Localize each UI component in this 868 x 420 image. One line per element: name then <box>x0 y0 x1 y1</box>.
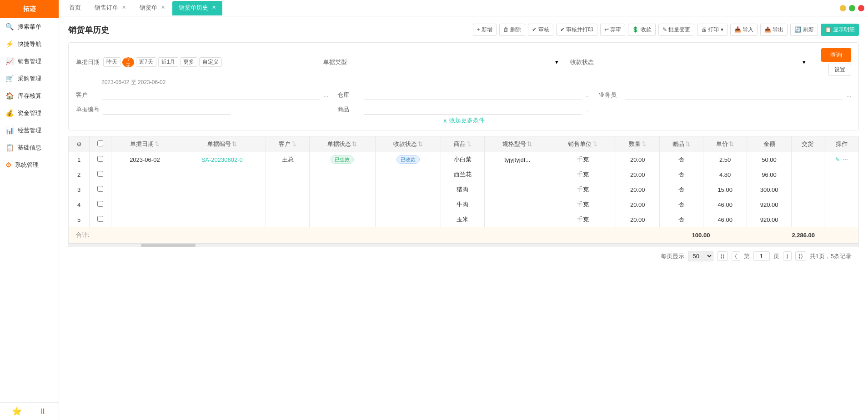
row-2-checkbox[interactable] <box>97 171 103 177</box>
doc-type-select[interactable]: ▾ <box>351 57 562 67</box>
doc-no-link-0[interactable]: SA-20230602-0 <box>201 156 243 163</box>
sidebar-item-base-info[interactable]: 📋 基础信息 <box>0 139 59 156</box>
cell-1-action[interactable]: ✎⋯ <box>824 152 859 167</box>
tab-sales-order[interactable]: 销售订单✕ <box>88 1 132 15</box>
toolbar-export-button[interactable]: 📤 导出 <box>760 24 788 36</box>
doc-no-input[interactable] <box>103 105 231 115</box>
close-button[interactable] <box>858 5 864 11</box>
sidebar-item-ops-mgmt[interactable]: 📊 经营管理 <box>0 122 59 139</box>
cell-4-doc_date <box>111 197 178 212</box>
col-header-doc_date[interactable]: 单据日期⇅ <box>111 136 178 152</box>
toolbar-collect-button[interactable]: 💲 收款 <box>628 24 655 36</box>
tab-sales-delivery[interactable]: 销货单✕ <box>133 1 171 15</box>
tab-sales-delivery-close[interactable]: ✕ <box>161 5 165 10</box>
toolbar-delete-button[interactable]: 🗑 删除 <box>499 24 525 36</box>
date-quick-近7天-button[interactable]: 近7天 <box>136 57 156 67</box>
cell-3-price: 15.00 <box>703 182 747 197</box>
maximize-button[interactable] <box>849 5 855 11</box>
inner-page: 销货单历史 + 新增🗑 删除✔ 审核✔ 审核并打印↩ 弃审💲 收款✎ 批量变更🖨… <box>59 16 868 420</box>
col-header-gift[interactable]: 赠品⇅ <box>659 136 703 152</box>
cell-4-seq: 4 <box>69 197 90 212</box>
goods-dots[interactable]: ... <box>585 106 590 113</box>
cell-4-unit: 千克 <box>550 197 616 212</box>
customer-input[interactable] <box>102 90 320 100</box>
customer-dots[interactable]: ... <box>324 92 328 98</box>
doc-type-label: 单据类型 <box>323 58 347 66</box>
per-page-select[interactable]: 50 100 200 <box>688 251 713 261</box>
warehouse-input[interactable] <box>364 90 582 100</box>
row-4-checkbox[interactable] <box>97 201 103 207</box>
table-header: ⚙单据日期⇅单据编号⇅客户⇅单据状态⇅收款状态⇅商品⇅规格型号⇅销售单位⇅数量⇅… <box>69 136 859 152</box>
scrollbar-area[interactable] <box>68 243 859 247</box>
action-编辑-0[interactable]: ✎ <box>835 156 840 163</box>
tab-home[interactable]: 首页 <box>63 1 87 15</box>
table-row: 3猪肉千克20.00否15.00300.00 <box>69 182 859 197</box>
toolbar-refresh-button[interactable]: 🔄 刷新 <box>790 24 818 36</box>
col-header-doc_no[interactable]: 单据编号⇅ <box>178 136 266 152</box>
badge-payment_status-0: 已收款 <box>396 155 420 164</box>
col-header-goods[interactable]: 商品⇅ <box>441 136 484 152</box>
last-page-button[interactable]: ⟩⟩ <box>795 251 806 261</box>
toolbar-print-button[interactable]: 🖨 打印 ▾ <box>697 24 728 36</box>
tab-sales-history-close[interactable]: ✕ <box>212 5 216 10</box>
customer-label: 客户 <box>76 91 99 99</box>
cell-3-transaction <box>791 182 824 197</box>
date-quick-昨天-button[interactable]: 昨天 <box>103 57 120 67</box>
row-5-checkbox[interactable] <box>97 216 103 222</box>
query-button[interactable]: 查询 <box>821 48 851 62</box>
toolbar-new-button[interactable]: + 新增 <box>473 24 497 36</box>
sidebar-item-quick-nav[interactable]: ⚡ 快捷导航 <box>0 35 59 53</box>
sidebar-ops-mgmt-label: 经营管理 <box>18 126 41 135</box>
sidebar-item-finance-mgmt[interactable]: 💰 资金管理 <box>0 105 59 122</box>
col-header-spec[interactable]: 规格型号⇅ <box>485 136 550 152</box>
sidebar-item-sys-mgmt[interactable]: ⚙ 系统管理 <box>0 156 59 174</box>
col-header-qty[interactable]: 数量⇅ <box>616 136 659 152</box>
first-page-button[interactable]: ⟨⟨ <box>717 251 728 261</box>
next-page-button[interactable]: ⟩ <box>783 251 792 261</box>
salesperson-dots[interactable]: ... <box>847 92 851 98</box>
salesperson-input[interactable] <box>625 90 843 100</box>
col-header-unit[interactable]: 销售单位⇅ <box>550 136 616 152</box>
row-1-checkbox[interactable] <box>97 156 103 162</box>
sidebar-star-icon[interactable]: ⭐ <box>12 406 22 416</box>
col-header-customer[interactable]: 客户⇅ <box>266 136 309 152</box>
sidebar-item-purchase-mgmt[interactable]: 🛒 采购管理 <box>0 70 59 87</box>
col-header-checkbox <box>90 136 111 152</box>
setting-button[interactable]: 设置 <box>828 64 851 76</box>
date-quick-近1月-button[interactable]: 近1月 <box>158 57 179 67</box>
col-header-payment_status[interactable]: 收款状态⇅ <box>375 136 441 152</box>
select-all-checkbox[interactable] <box>97 140 103 146</box>
toolbar-discard-button[interactable]: ↩ 弃审 <box>600 24 625 36</box>
payment-status-select[interactable]: ▾ <box>597 57 808 67</box>
cell-1-customer: 王总 <box>266 152 309 167</box>
date-quick-自定义-button[interactable]: 自定义 <box>199 57 222 67</box>
sidebar-quick-nav-icon: ⚡ <box>5 40 14 48</box>
cell-1-payment_status: 已收款 <box>375 152 441 167</box>
toolbar-import-button[interactable]: 📥 导入 <box>730 24 758 36</box>
sidebar-pause-icon[interactable]: ⏸ <box>39 407 47 416</box>
row-3-checkbox[interactable] <box>97 186 103 192</box>
warehouse-dots[interactable]: ... <box>585 92 590 98</box>
toolbar-review-button[interactable]: ✔ 审核 <box>528 24 553 36</box>
collapse-button[interactable]: ∧ 收起更多条件 <box>76 116 851 125</box>
minimize-button[interactable] <box>840 5 846 11</box>
goods-input[interactable] <box>364 105 582 115</box>
toolbar-batch-change-button[interactable]: ✎ 批量变更 <box>658 24 694 36</box>
tab-sales-order-label: 销售订单 <box>95 4 118 12</box>
date-quick-今天-button[interactable]: 今天 <box>122 57 134 67</box>
sidebar-item-sales-mgmt[interactable]: 📈 销售管理 <box>0 53 59 70</box>
col-header-doc_status[interactable]: 单据状态⇅ <box>310 136 375 152</box>
payment-status-label: 收款状态 <box>570 58 594 66</box>
tab-sales-history[interactable]: 销货单历史✕ <box>172 1 222 15</box>
action-更多-0[interactable]: ⋯ <box>843 156 848 163</box>
date-quick-更多-button[interactable]: 更多 <box>180 57 197 67</box>
toolbar-show-details-button[interactable]: 📋 显示明细 <box>821 24 859 36</box>
sidebar-item-search-menu[interactable]: 🔍 搜索菜单 <box>0 18 59 35</box>
page-input[interactable]: 1 <box>753 251 770 261</box>
sidebar-item-inventory[interactable]: 🏠 库存核算 <box>0 87 59 105</box>
prev-page-button[interactable]: ⟨ <box>732 251 740 261</box>
cell-4-goods: 牛肉 <box>441 197 484 212</box>
tab-sales-order-close[interactable]: ✕ <box>122 5 126 10</box>
col-header-price[interactable]: 单价⇅ <box>703 136 747 152</box>
toolbar-review-print-button[interactable]: ✔ 审核并打印 <box>556 24 597 36</box>
